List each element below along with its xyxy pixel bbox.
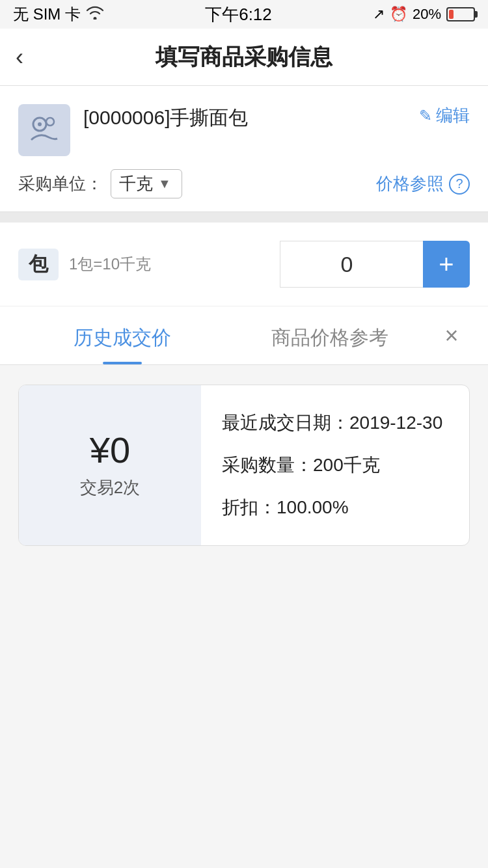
qty-input-field[interactable] — [280, 241, 423, 288]
edit-button[interactable]: ✎ 编辑 — [419, 104, 470, 127]
history-date-row: 最近成交日期：2019-12-30 — [222, 409, 448, 438]
history-date-value: 2019-12-30 — [349, 413, 442, 433]
carrier-text: 无 SIM 卡 — [13, 4, 81, 25]
history-date-label: 最近成交日期： — [222, 413, 349, 433]
price-ref-label: 价格参照 — [376, 172, 444, 195]
history-content: ¥0 交易2次 最近成交日期：2019-12-30 采购数量：200千克 折扣：… — [0, 365, 488, 690]
qty-conversion: 1包=10千克 — [69, 254, 151, 275]
tab-history-label: 历史成交价 — [74, 327, 171, 348]
edit-label: 编辑 — [436, 104, 470, 127]
history-qty-value: 200千克 — [313, 455, 380, 475]
history-card: ¥0 交易2次 最近成交日期：2019-12-30 采购数量：200千克 折扣：… — [18, 385, 470, 546]
quantity-row: 包 1包=10千克 + — [0, 223, 488, 306]
history-qty-label: 采购数量： — [222, 455, 313, 475]
back-button[interactable]: ‹ — [16, 44, 23, 71]
tab-close-button[interactable]: × — [433, 318, 470, 354]
product-left: [0000006]手撕面包 — [18, 104, 248, 156]
history-discount-value: 100.00% — [277, 497, 349, 517]
tab-product-price-ref[interactable]: 商品价格参考 — [226, 306, 433, 364]
product-header: [0000006]手撕面包 ✎ 编辑 — [18, 104, 470, 156]
tabs-container: 历史成交价 商品价格参考 × — [0, 306, 488, 365]
history-quantity-row: 采购数量：200千克 — [222, 451, 448, 480]
location-icon: ↗ — [373, 6, 385, 23]
history-price-value: ¥0 — [90, 432, 130, 468]
status-right: ↗ ⏰ 20% — [373, 6, 475, 23]
tab-history-price[interactable]: 历史成交价 — [18, 306, 226, 364]
price-ref-button[interactable]: 价格参照 ? — [376, 172, 470, 195]
history-trade-count: 交易2次 — [80, 476, 140, 499]
price-number: 0 — [110, 429, 130, 470]
nav-bar: ‹ 填写商品采购信息 — [0, 29, 488, 86]
qty-unit-name: 包 — [18, 249, 59, 280]
unit-select-dropdown[interactable]: 千克 ▼ — [111, 169, 182, 198]
qty-plus-button[interactable]: + — [423, 241, 470, 288]
battery-icon — [446, 7, 475, 21]
product-name: [0000006]手撕面包 — [83, 104, 248, 131]
section-divider — [0, 212, 488, 223]
tab-product-label: 商品价格参考 — [271, 327, 388, 348]
history-price-section: ¥0 交易2次 — [19, 385, 201, 545]
qty-label: 包 1包=10千克 — [18, 249, 151, 280]
status-time: 下午6:12 — [205, 3, 272, 26]
page-title: 填写商品采购信息 — [156, 42, 332, 72]
status-bar: 无 SIM 卡 下午6:12 ↗ ⏰ 20% — [0, 0, 488, 29]
alarm-icon: ⏰ — [390, 6, 407, 23]
product-card: [0000006]手撕面包 ✎ 编辑 采购单位： 千克 ▼ 价格参照 ? — [0, 86, 488, 212]
dropdown-arrow-icon: ▼ — [158, 176, 171, 191]
history-discount-row: 折扣：100.00% — [222, 493, 448, 522]
edit-icon: ✎ — [419, 107, 432, 125]
unit-label: 采购单位： — [18, 172, 103, 195]
product-thumbnail — [18, 104, 70, 156]
product-unit-row: 采购单位： 千克 ▼ 价格参照 ? — [18, 169, 470, 198]
price-ref-icon: ? — [449, 174, 470, 195]
qty-input-group: + — [280, 241, 470, 288]
status-left: 无 SIM 卡 — [13, 4, 104, 25]
unit-left: 采购单位： 千克 ▼ — [18, 169, 182, 198]
svg-point-1 — [38, 122, 42, 126]
history-detail-section: 最近成交日期：2019-12-30 采购数量：200千克 折扣：100.00% — [201, 385, 469, 545]
battery-percent: 20% — [413, 6, 441, 23]
svg-point-2 — [46, 118, 54, 126]
history-discount-label: 折扣： — [222, 497, 277, 517]
unit-value: 千克 — [119, 172, 153, 195]
price-currency: ¥ — [90, 429, 110, 470]
wifi-icon — [86, 5, 104, 23]
